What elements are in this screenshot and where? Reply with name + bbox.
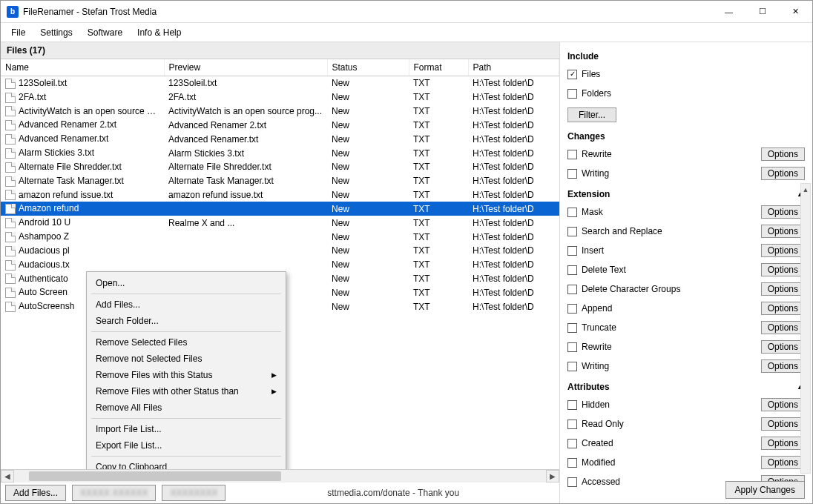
- donate-text: sttmedia.com/donate - Thank you: [327, 488, 459, 498]
- table-row[interactable]: Alternate Task Manager.txtAlternate Task…: [1, 174, 559, 188]
- file-icon: [5, 148, 16, 159]
- checkbox-mask[interactable]: [567, 208, 577, 217]
- table-row[interactable]: Amazon refundNewTXTH:\Test folder\D: [1, 202, 559, 216]
- table-row[interactable]: 2FA.txt2FA.txtNewTXTH:\Test folder\D: [1, 90, 559, 105]
- ctx-remove-status[interactable]: Remove Files with this Status▶: [87, 367, 286, 383]
- checkbox-accessed[interactable]: [567, 477, 577, 487]
- table-row[interactable]: Advanced Renamer.txtAdvanced Renamer.txt…: [1, 132, 559, 146]
- options-readonly[interactable]: Options: [761, 417, 805, 431]
- checkbox-truncate[interactable]: [567, 323, 577, 333]
- col-format[interactable]: Format: [409, 59, 468, 76]
- file-icon: [5, 120, 16, 130]
- scroll-left-icon[interactable]: ◀: [1, 470, 14, 483]
- checkbox-writing[interactable]: [567, 169, 577, 179]
- col-name[interactable]: Name: [1, 59, 164, 76]
- table-row[interactable]: Audacious.txNewTXTH:\Test folder\D: [1, 258, 559, 272]
- checkbox-files[interactable]: ✓: [567, 70, 577, 79]
- checkbox-delete-text[interactable]: [567, 265, 577, 275]
- apply-changes-button[interactable]: Apply Changes: [725, 481, 805, 499]
- scroll-thumb[interactable]: [29, 471, 281, 481]
- ctx-remove-other-status[interactable]: Remove Files with other Status than▶: [87, 383, 286, 399]
- horizontal-scrollbar[interactable]: ◀ ▶: [1, 469, 559, 483]
- menu-bar: File Settings Software Info & Help: [1, 23, 812, 42]
- col-preview[interactable]: Preview: [164, 59, 327, 76]
- file-icon: [5, 232, 16, 242]
- ctx-import-list[interactable]: Import File List...: [87, 421, 286, 437]
- menu-file[interactable]: File: [5, 24, 31, 41]
- menu-info[interactable]: Info & Help: [131, 24, 187, 41]
- file-icon: [5, 273, 16, 284]
- col-status[interactable]: Status: [327, 59, 409, 76]
- maximize-button[interactable]: ☐: [745, 1, 779, 22]
- options-mask[interactable]: Options: [761, 205, 805, 219]
- file-icon: [5, 288, 16, 298]
- ctx-copy-clipboard[interactable]: Copy to Clipboard: [87, 459, 286, 469]
- panel-scrollbar[interactable]: ▲: [800, 183, 811, 474]
- table-row[interactable]: 123Soleil.txt123Soleil.txtNewTXTH:\Test …: [1, 76, 559, 90]
- ctx-remove-not-selected[interactable]: Remove not Selected Files: [87, 351, 286, 367]
- chevron-right-icon: ▶: [271, 388, 277, 395]
- checkbox-insert[interactable]: [567, 246, 577, 256]
- window-title: FileRenamer - Stefan Trost Media: [23, 7, 712, 17]
- hidden-button-1[interactable]: XXXXX XXXXXX: [72, 485, 156, 501]
- col-path[interactable]: Path: [468, 59, 559, 76]
- options-rewrite[interactable]: Options: [761, 147, 805, 161]
- ctx-remove-selected[interactable]: Remove Selected Files: [87, 334, 286, 351]
- checkbox-append[interactable]: [567, 304, 577, 314]
- options-sar[interactable]: Options: [761, 225, 805, 238]
- checkbox-writing2[interactable]: [567, 362, 577, 371]
- checkbox-created[interactable]: [567, 439, 577, 448]
- ctx-add-files[interactable]: Add Files...: [87, 296, 286, 313]
- table-row[interactable]: ActivityWatch is an open source pr...Act…: [1, 105, 559, 119]
- file-icon: [5, 93, 16, 103]
- table-row[interactable]: Alarm Stickies 3.txtAlarm Stickies 3.txt…: [1, 146, 559, 160]
- filter-button[interactable]: Filter...: [567, 107, 616, 122]
- file-icon: [5, 302, 16, 312]
- menu-software[interactable]: Software: [82, 24, 128, 41]
- options-writing[interactable]: Options: [761, 167, 805, 180]
- scroll-right-icon[interactable]: ▶: [546, 470, 559, 483]
- title-bar: b FileRenamer - Stefan Trost Media — ☐ ✕: [1, 1, 812, 23]
- options-modified[interactable]: Options: [761, 456, 805, 469]
- scroll-up-icon[interactable]: ▲: [801, 184, 810, 196]
- checkbox-sar[interactable]: [567, 227, 577, 236]
- section-extension[interactable]: Extension▲: [567, 189, 805, 199]
- options-writing2[interactable]: Options: [761, 359, 805, 373]
- checkbox-hidden[interactable]: [567, 400, 577, 410]
- add-files-button[interactable]: Add Files...: [5, 485, 66, 501]
- context-menu: Open... Add Files... Search Folder... Re…: [86, 271, 286, 469]
- options-hidden[interactable]: Options: [761, 398, 805, 411]
- table-row[interactable]: Ashampoo ZNewTXTH:\Test folder\D: [1, 230, 559, 244]
- ctx-open[interactable]: Open...: [87, 275, 286, 291]
- checkbox-rewrite[interactable]: [567, 150, 577, 159]
- file-icon: [5, 176, 16, 187]
- checkbox-modified[interactable]: [567, 458, 577, 468]
- options-rewrite2[interactable]: Options: [761, 340, 805, 354]
- ctx-search-folder[interactable]: Search Folder...: [87, 313, 286, 329]
- checkbox-folders[interactable]: [567, 89, 577, 99]
- options-truncate[interactable]: Options: [761, 321, 805, 334]
- table-row[interactable]: Advanced Renamer 2.txtAdvanced Renamer 2…: [1, 118, 559, 132]
- table-row[interactable]: Alternate File Shredder.txtAlternate Fil…: [1, 160, 559, 174]
- file-icon: [5, 162, 16, 173]
- menu-settings[interactable]: Settings: [34, 24, 78, 41]
- section-attributes[interactable]: Attributes▲: [567, 382, 805, 392]
- section-include: Include: [567, 51, 805, 62]
- options-delete-text[interactable]: Options: [761, 263, 805, 276]
- checkbox-rewrite2[interactable]: [567, 342, 577, 352]
- options-delete-groups[interactable]: Options: [761, 282, 805, 296]
- table-row[interactable]: Android 10 URealme X and ...NewTXTH:\Tes…: [1, 216, 559, 230]
- options-insert[interactable]: Options: [761, 244, 805, 257]
- table-row[interactable]: Audacious plNewTXTH:\Test folder\D: [1, 244, 559, 258]
- table-row[interactable]: amazon refund issue.txtamazon refund iss…: [1, 188, 559, 202]
- close-button[interactable]: ✕: [779, 1, 812, 22]
- options-created[interactable]: Options: [761, 437, 805, 450]
- ctx-export-list[interactable]: Export File List...: [87, 437, 286, 454]
- ctx-remove-all[interactable]: Remove All Files: [87, 399, 286, 416]
- checkbox-readonly[interactable]: [567, 420, 577, 429]
- file-icon: [5, 260, 16, 271]
- checkbox-delete-groups[interactable]: [567, 285, 577, 294]
- minimize-button[interactable]: —: [712, 1, 745, 22]
- hidden-button-2[interactable]: XXXXXXXX: [162, 485, 226, 501]
- options-append[interactable]: Options: [761, 302, 805, 315]
